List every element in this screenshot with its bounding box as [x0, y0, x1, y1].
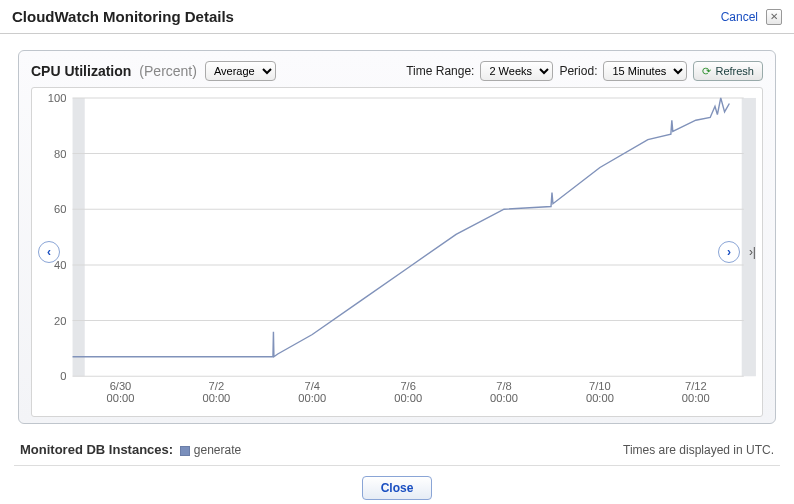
refresh-button[interactable]: ⟳ Refresh [693, 61, 763, 81]
svg-text:00:00: 00:00 [490, 392, 518, 404]
svg-text:7/8: 7/8 [496, 380, 511, 392]
svg-rect-0 [73, 98, 85, 376]
svg-text:20: 20 [54, 315, 66, 327]
svg-text:00:00: 00:00 [586, 392, 614, 404]
close-button[interactable]: Close [362, 476, 433, 500]
svg-text:00:00: 00:00 [298, 392, 326, 404]
metric-unit: (Percent) [139, 63, 197, 79]
period-select[interactable]: 15 Minutes [603, 61, 687, 81]
svg-text:7/4: 7/4 [305, 380, 320, 392]
cancel-link[interactable]: Cancel [721, 10, 758, 24]
legend-series-name: generate [194, 443, 241, 457]
svg-text:7/10: 7/10 [589, 380, 611, 392]
close-icon[interactable]: ✕ [766, 9, 782, 25]
time-range-select[interactable]: 2 Weeks [480, 61, 553, 81]
chart-area: 020406080100 6/3000:007/200:007/400:007/… [31, 87, 763, 417]
metric-name: CPU Utilization [31, 63, 131, 79]
svg-text:00:00: 00:00 [394, 392, 422, 404]
chevron-right-icon: › [727, 245, 731, 259]
svg-text:00:00: 00:00 [107, 392, 135, 404]
svg-text:0: 0 [60, 370, 66, 382]
refresh-label: Refresh [715, 65, 754, 77]
period-label: Period: [559, 64, 597, 78]
svg-text:100: 100 [48, 92, 67, 104]
svg-text:7/12: 7/12 [685, 380, 707, 392]
chart-svg: 020406080100 6/3000:007/200:007/400:007/… [32, 88, 762, 416]
statistic-select[interactable]: Average [205, 61, 276, 81]
chart-end-handle[interactable]: ›| [749, 245, 756, 259]
svg-text:7/6: 7/6 [400, 380, 415, 392]
chart-next-button[interactable]: › [718, 241, 740, 263]
legend-swatch [180, 446, 190, 456]
svg-text:00:00: 00:00 [202, 392, 230, 404]
time-range-label: Time Range: [406, 64, 474, 78]
svg-rect-1 [742, 98, 756, 376]
chevron-left-icon: ‹ [47, 245, 51, 259]
svg-text:80: 80 [54, 148, 66, 160]
monitored-instances-label: Monitored DB Instances: [20, 442, 173, 457]
svg-text:7/2: 7/2 [209, 380, 224, 392]
svg-text:40: 40 [54, 259, 66, 271]
dialog-title: CloudWatch Monitoring Details [12, 8, 234, 25]
chart-prev-button[interactable]: ‹ [38, 241, 60, 263]
refresh-icon: ⟳ [702, 65, 711, 78]
utc-note: Times are displayed in UTC. [623, 443, 774, 457]
svg-text:60: 60 [54, 203, 66, 215]
svg-text:6/30: 6/30 [110, 380, 132, 392]
svg-text:00:00: 00:00 [682, 392, 710, 404]
